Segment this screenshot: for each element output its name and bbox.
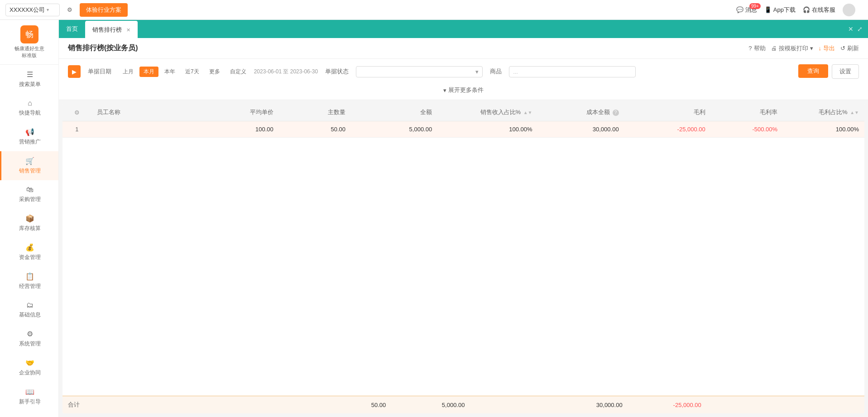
main-layout: 畅 畅康通好生意 标准版 ☰ 搜索菜单 ⌂ 快捷导航 📢 营销推广 🛒 销售管理… bbox=[0, 20, 868, 417]
sidebar: 畅 畅康通好生意 标准版 ☰ 搜索菜单 ⌂ 快捷导航 📢 营销推广 🛒 销售管理… bbox=[0, 20, 59, 417]
table-body: 1 100.00 50.00 5,000.00 100.00% 30,000.0… bbox=[62, 121, 864, 138]
th-profit-rate: 毛利率 bbox=[711, 104, 783, 121]
print-icon: 🖨 bbox=[771, 45, 777, 52]
refresh-button[interactable]: ↺ 刷新 bbox=[840, 44, 859, 53]
tab-bar-right: ✕ ⤢ bbox=[848, 25, 868, 33]
footer-label: 合计 bbox=[68, 401, 149, 409]
online-service-button[interactable]: 🎧 在线客服 bbox=[803, 6, 835, 14]
help-button[interactable]: ? 帮助 bbox=[748, 44, 765, 53]
sidebar-item-purchase[interactable]: 🛍 采购管理 bbox=[0, 180, 58, 209]
date-btn-last-month[interactable]: 上月 bbox=[119, 67, 138, 77]
company-selector[interactable]: XXXXXX公司 ▾ bbox=[5, 4, 60, 16]
sidebar-label-purchase: 采购管理 bbox=[19, 196, 41, 203]
th-avg-price: 平均单价 bbox=[207, 104, 279, 121]
settings-icon[interactable]: ⚙ bbox=[63, 4, 76, 16]
page-title: 销售排行榜(按业务员) bbox=[68, 43, 138, 53]
sidebar-item-basic-info[interactable]: 🗂 基础信息 bbox=[0, 296, 58, 324]
expand-more-button[interactable]: ▾ 展开更多条件 bbox=[443, 86, 484, 94]
expand-more-label: 展开更多条件 bbox=[448, 86, 484, 94]
tab-bar: 首页 销售排行榜 ✕ ✕ ⤢ bbox=[59, 20, 868, 38]
logo-text-line1: 畅康通好生意 bbox=[14, 45, 44, 52]
sidebar-item-search-order[interactable]: ☰ 搜索菜单 bbox=[0, 65, 58, 94]
sidebar-item-app-center[interactable]: 📱 应用中心 bbox=[0, 411, 58, 417]
tab-sales-ranking[interactable]: 销售排行榜 ✕ bbox=[85, 21, 138, 39]
date-filter-label: 单据日期 bbox=[88, 67, 111, 76]
avatar[interactable] bbox=[843, 4, 855, 16]
refresh-label: 刷新 bbox=[847, 44, 859, 53]
date-btn-7days[interactable]: 近7天 bbox=[181, 67, 203, 77]
cell-sales-pct: 100.00% bbox=[437, 121, 537, 138]
top-bar: XXXXXX公司 ▾ ⚙ 体验行业方案 💬 消息 99+ 📱 App下载 🎧 在… bbox=[0, 0, 868, 20]
export-button[interactable]: ↓ 导出 bbox=[819, 44, 835, 53]
sidebar-item-quick-nav[interactable]: ⌂ 快捷导航 bbox=[0, 94, 58, 122]
cell-profit-pct: 100.00% bbox=[783, 121, 864, 138]
profit-pct-sort-icon[interactable]: ▲▼ bbox=[850, 110, 859, 115]
company-name: XXXXXX公司 bbox=[10, 6, 45, 14]
footer-cost: 30,000.00 bbox=[544, 402, 623, 408]
sidebar-item-system[interactable]: ⚙ 系统管理 bbox=[0, 324, 58, 353]
page-content: 销售排行榜(按业务员) ? 帮助 🖨 按模板打印 ▾ ↓ 导出 bbox=[59, 38, 868, 417]
sidebar-label-sales: 销售管理 bbox=[19, 167, 41, 175]
th-employee-name: 员工名称 bbox=[91, 104, 207, 121]
sidebar-item-enterprise-collab[interactable]: 🤝 企业协同 bbox=[0, 353, 58, 382]
th-settings[interactable]: ⚙ bbox=[62, 104, 91, 121]
operation-icon: 📋 bbox=[25, 272, 34, 281]
goods-input[interactable]: ... bbox=[509, 66, 636, 77]
app-download-label: App下载 bbox=[773, 6, 796, 14]
logo-icon: 畅 bbox=[20, 25, 38, 43]
tab-close-all-icon[interactable]: ✕ bbox=[848, 25, 854, 33]
footer-profit-rate bbox=[701, 402, 780, 408]
top-right-area: 💬 消息 99+ 📱 App下载 🎧 在线客服 bbox=[736, 4, 863, 16]
tab-sales-ranking-label: 销售排行榜 bbox=[92, 26, 122, 34]
sidebar-item-inventory[interactable]: 📦 库存核算 bbox=[0, 209, 58, 238]
th-amount: 全额 bbox=[351, 104, 437, 121]
tab-home[interactable]: 首页 bbox=[59, 20, 85, 38]
sidebar-item-sales[interactable]: 🛒 销售管理 bbox=[0, 151, 58, 180]
content-area: 首页 销售排行榜 ✕ ✕ ⤢ 销售排行榜(按业务员) ? 帮助 bbox=[59, 20, 868, 417]
message-badge: 99+ bbox=[749, 3, 761, 9]
sidebar-item-beginner[interactable]: 📖 新手引导 bbox=[0, 382, 58, 411]
query-button[interactable]: 查询 bbox=[798, 64, 828, 78]
footer-profit-pct bbox=[780, 402, 859, 408]
footer-qty: 50.00 bbox=[307, 402, 386, 408]
filter-toggle-btn[interactable]: ▶ bbox=[68, 65, 81, 78]
logo-text-line2: 标准版 bbox=[22, 52, 37, 59]
beginner-icon: 📖 bbox=[25, 388, 34, 396]
trial-button[interactable]: 体验行业方案 bbox=[80, 3, 128, 17]
tab-expand-icon[interactable]: ⤢ bbox=[857, 25, 863, 33]
sidebar-item-marketing[interactable]: 📢 营销推广 bbox=[0, 122, 58, 151]
purchase-icon: 🛍 bbox=[26, 186, 34, 194]
th-profit: 毛利 bbox=[624, 104, 711, 121]
date-range-display: 2023-06-01 至 2023-06-30 bbox=[254, 68, 318, 76]
app-download-button[interactable]: 📱 App下载 bbox=[764, 6, 796, 14]
tab-close-icon[interactable]: ✕ bbox=[126, 27, 130, 33]
message-icon: 💬 bbox=[736, 6, 743, 13]
sidebar-item-finance[interactable]: 💰 资金管理 bbox=[0, 238, 58, 267]
date-btn-this-year[interactable]: 本年 bbox=[160, 67, 179, 77]
sales-icon: 🛒 bbox=[25, 157, 34, 165]
date-btn-this-month[interactable]: 本月 bbox=[139, 67, 158, 77]
cell-profit: -25,000.00 bbox=[624, 121, 711, 138]
set-button[interactable]: 设置 bbox=[832, 64, 859, 79]
print-button[interactable]: 🖨 按模板打印 ▾ bbox=[771, 44, 813, 53]
sales-pct-sort-icon[interactable]: ▲▼ bbox=[523, 110, 532, 115]
sidebar-item-operation[interactable]: 📋 经营管理 bbox=[0, 267, 58, 296]
status-select[interactable]: ▾ bbox=[356, 66, 483, 77]
refresh-icon: ↺ bbox=[840, 45, 845, 52]
app-icon: 📱 bbox=[764, 6, 772, 13]
sidebar-label-quicknav: 快捷导航 bbox=[19, 109, 41, 117]
date-btn-custom[interactable]: 自定义 bbox=[226, 67, 250, 77]
data-table: ⚙ 员工名称 平均单价 主数量 全额 销售收入占比% ▲▼ 成 bbox=[62, 104, 864, 138]
footer-amount: 5,000.00 bbox=[386, 402, 465, 408]
cell-amount: 5,000.00 bbox=[351, 121, 437, 138]
system-icon: ⚙ bbox=[27, 330, 33, 338]
page-header: 销售排行榜(按业务员) ? 帮助 🖨 按模板打印 ▾ ↓ 导出 bbox=[59, 38, 868, 59]
sidebar-label-inventory: 库存核算 bbox=[19, 225, 41, 232]
message-button[interactable]: 💬 消息 99+ bbox=[736, 6, 757, 14]
cost-help-icon[interactable]: ? bbox=[613, 110, 619, 116]
sidebar-label-basic: 基础信息 bbox=[19, 311, 41, 319]
footer-cells: 50.00 5,000.00 30,000.00 -25,000.00 bbox=[149, 402, 859, 408]
date-btn-more[interactable]: 更多 bbox=[205, 67, 224, 77]
status-filter-label: 单据状态 bbox=[325, 67, 349, 76]
filter-actions: 查询 设置 bbox=[798, 64, 859, 79]
